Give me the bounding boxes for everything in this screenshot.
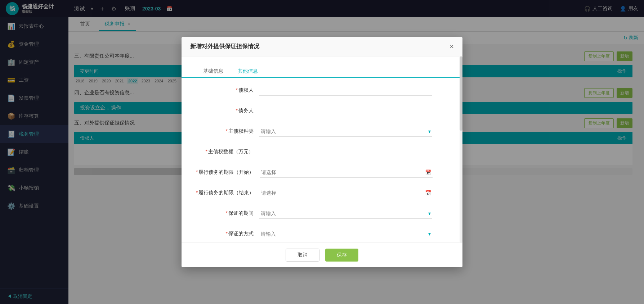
guarantee-method-label: *保证的方式 (196, 231, 254, 237)
modal-body: 基础信息 其他信息 *债权人 *债务人 (182, 56, 462, 242)
modal-scrollbar-track (460, 56, 462, 242)
debt-type-label: *主债权种类 (196, 128, 254, 135)
debt-type-dropdown-icon[interactable]: ▾ (428, 128, 431, 134)
guarantee-method-select-wrapper[interactable]: ▾ (259, 229, 432, 239)
guarantee-period-label: *保证的期间 (196, 210, 254, 217)
debtor-input[interactable] (259, 106, 432, 116)
form-row-period-end: *履行债务的期限（结束） 📅 (196, 188, 448, 198)
guarantee-period-select-wrapper[interactable]: ▾ (259, 208, 432, 219)
form-row-debt-type: *主债权种类 ▾ (196, 126, 448, 137)
modal-tab-basic[interactable]: 基础信息 (196, 65, 231, 78)
guarantee-method-input[interactable] (261, 231, 427, 237)
required-marker-3: * (226, 128, 228, 134)
guarantee-period-input[interactable] (261, 210, 427, 216)
required-marker-7: * (226, 210, 228, 216)
guarantee-method-dropdown-icon[interactable]: ▾ (428, 231, 431, 237)
period-start-wrapper[interactable]: 📅 (260, 167, 433, 178)
period-end-calendar-icon[interactable]: 📅 (425, 190, 431, 196)
period-start-calendar-icon[interactable]: 📅 (425, 169, 431, 175)
required-marker-4: * (206, 149, 207, 154)
debt-type-select-wrapper[interactable]: ▾ (259, 126, 432, 137)
modal-overlay: 新增对外提供保证担保情况 × 基础信息 其他信息 *债权人 (0, 0, 644, 304)
period-start-label: *履行债务的期限（开始） (196, 169, 254, 176)
modal-title: 新增对外提供保证担保情况 (190, 43, 259, 50)
period-end-label: *履行债务的期限（结束） (196, 190, 254, 196)
period-end-wrapper[interactable]: 📅 (260, 188, 433, 198)
creditor-label: *债权人 (196, 87, 254, 94)
form-row-debtor: *债务人 (196, 106, 448, 116)
required-marker: * (236, 87, 238, 93)
form-row-guarantee-period: *保证的期间 ▾ (196, 208, 448, 219)
form-row-guarantee-method: *保证的方式 ▾ (196, 229, 448, 239)
modal-scrollbar-thumb[interactable] (460, 56, 462, 131)
required-marker-5: * (196, 169, 198, 175)
modal-close-button[interactable]: × (450, 43, 454, 50)
required-marker-2: * (236, 108, 238, 113)
save-button[interactable]: 保存 (325, 249, 358, 262)
form-row-creditor: *债权人 (196, 85, 448, 96)
modal-header: 新增对外提供保证担保情况 × (182, 37, 462, 56)
creditor-input[interactable] (259, 85, 432, 96)
debtor-label: *债务人 (196, 108, 254, 114)
debt-amount-input[interactable] (259, 147, 432, 157)
required-marker-8: * (226, 231, 228, 236)
required-marker-6: * (196, 190, 198, 195)
debt-amount-label: *主债权数额（万元） (196, 149, 254, 155)
form-row-period-start: *履行债务的期限（开始） 📅 (196, 167, 448, 178)
modal-footer: 取消 保存 (182, 242, 462, 267)
guarantee-period-dropdown-icon[interactable]: ▾ (428, 210, 431, 216)
form-row-debt-amount: *主债权数额（万元） (196, 147, 448, 157)
cancel-button[interactable]: 取消 (286, 249, 319, 262)
period-start-input[interactable] (261, 169, 425, 175)
modal-dialog: 新增对外提供保证担保情况 × 基础信息 其他信息 *债权人 (182, 37, 462, 267)
period-end-input[interactable] (261, 190, 425, 196)
debt-type-input[interactable] (261, 128, 427, 134)
modal-tab-other[interactable]: 其他信息 (231, 65, 265, 78)
